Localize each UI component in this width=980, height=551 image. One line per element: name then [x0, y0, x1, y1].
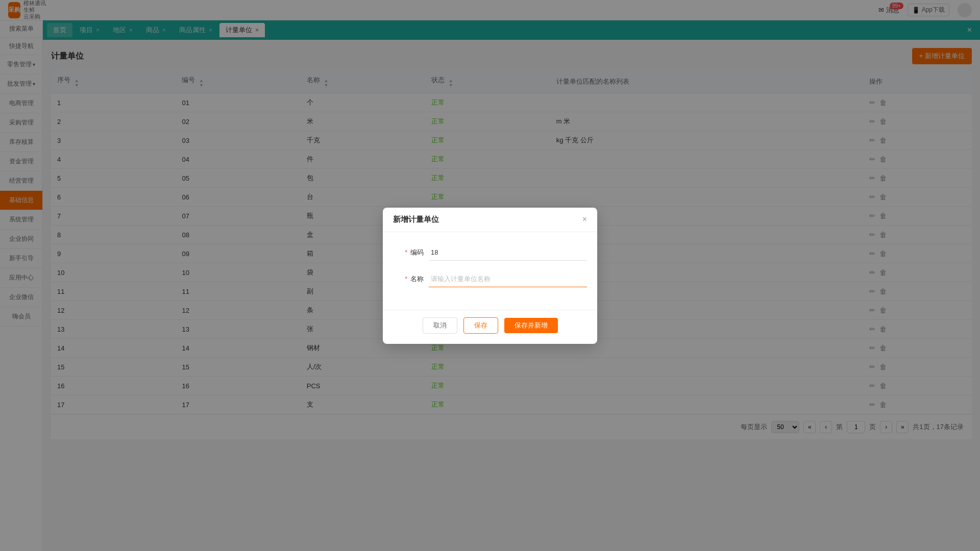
code-label: * 编码 — [393, 248, 424, 257]
code-form-row: * 编码 — [393, 244, 587, 261]
add-unit-modal: 新增计量单位 × * 编码 * 名称 取消 保存 保存并新增 — [383, 208, 597, 344]
save-and-new-button[interactable]: 保存并新增 — [504, 318, 558, 333]
name-form-row: * 名称 — [393, 271, 587, 287]
cancel-button[interactable]: 取消 — [423, 317, 457, 334]
modal-overlay[interactable]: 新增计量单位 × * 编码 * 名称 取消 保存 保存并新增 — [0, 0, 980, 551]
modal-close-btn[interactable]: × — [582, 215, 587, 223]
modal-footer: 取消 保存 保存并新增 — [383, 310, 597, 344]
modal-header: 新增计量单位 × — [383, 208, 597, 232]
modal-title: 新增计量单位 — [393, 215, 439, 224]
code-input[interactable] — [429, 244, 587, 261]
name-input[interactable] — [429, 271, 587, 287]
name-label: * 名称 — [393, 274, 424, 284]
save-button[interactable]: 保存 — [463, 317, 498, 334]
modal-body: * 编码 * 名称 — [383, 232, 597, 310]
